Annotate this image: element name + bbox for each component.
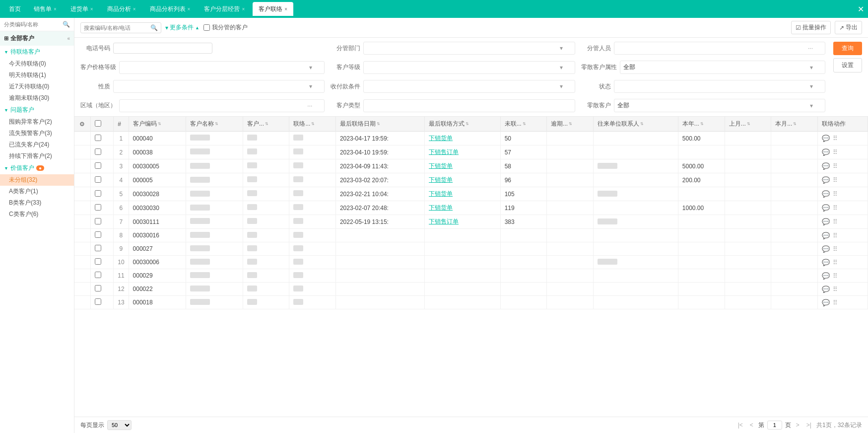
- row-checkbox[interactable]: [95, 204, 101, 211]
- row-checkbox[interactable]: [95, 258, 101, 265]
- more-action-icon[interactable]: ⠿: [833, 259, 838, 266]
- more-action-icon[interactable]: ⠿: [833, 272, 838, 280]
- col-unlinked[interactable]: 未联...⇅: [500, 117, 546, 132]
- checkbox-cell[interactable]: [90, 242, 114, 256]
- first-page-button[interactable]: |<: [736, 421, 745, 430]
- search-input[interactable]: [84, 25, 148, 31]
- contact-method-link[interactable]: 下销货单: [429, 162, 453, 169]
- row-checkbox[interactable]: [95, 148, 101, 155]
- sidebar-item-a-class[interactable]: A类客户(1): [0, 186, 74, 197]
- filter-price-level-select[interactable]: ▾: [119, 61, 325, 74]
- row-checkbox[interactable]: [95, 176, 101, 183]
- contact-action-icon[interactable]: 💬: [822, 135, 830, 142]
- sidebar-item-b-class[interactable]: B类客户(33): [0, 197, 74, 209]
- sidebar-item-c-class[interactable]: C类客户(6): [0, 209, 74, 220]
- checkbox-cell[interactable]: [90, 229, 114, 242]
- contact-method-link[interactable]: 下销货单: [429, 135, 453, 142]
- checkbox-cell[interactable]: [90, 201, 114, 215]
- filter-customer-type-select[interactable]: [363, 99, 575, 112]
- contact-action-icon[interactable]: 💬: [822, 218, 830, 225]
- contact-method-link[interactable]: 下销货单: [429, 190, 453, 197]
- sidebar-item-declining[interactable]: 持续下滑客户(2): [0, 150, 74, 162]
- tab-customer-segment[interactable]: 客户分层经营 ×: [198, 2, 251, 16]
- contact-method-link[interactable]: 下销售订单: [429, 148, 459, 155]
- more-action-icon[interactable]: ⠿: [833, 190, 838, 198]
- tab-product-analysis[interactable]: 商品分析 ×: [101, 2, 142, 16]
- sidebar-item-abnormal[interactable]: 囤购异常客户(2): [0, 116, 74, 128]
- checkbox-cell[interactable]: [90, 187, 114, 201]
- tab-sales-order[interactable]: 销售单 ×: [28, 2, 63, 16]
- row-checkbox[interactable]: [95, 190, 101, 197]
- more-conditions-toggle[interactable]: ▾ 更多条件 ▲: [165, 23, 200, 32]
- close-icon[interactable]: ×: [284, 6, 287, 12]
- my-customers-checkbox[interactable]: [203, 24, 210, 31]
- checkbox-cell[interactable]: [90, 159, 114, 173]
- contact-action-icon[interactable]: 💬: [822, 299, 830, 306]
- next-page-button[interactable]: >: [794, 421, 801, 430]
- settings-col-header[interactable]: ⚙: [74, 117, 90, 132]
- row-checkbox[interactable]: [95, 162, 101, 169]
- filter-payment-select[interactable]: ▾: [363, 80, 575, 93]
- contact-action-icon[interactable]: 💬: [822, 190, 830, 198]
- sidebar-item-today-pending[interactable]: 今天待联络(0): [0, 58, 74, 70]
- checkbox-cell[interactable]: [90, 132, 114, 145]
- checkbox-cell[interactable]: [90, 173, 114, 187]
- contact-action-icon[interactable]: 💬: [822, 286, 830, 293]
- window-close-button[interactable]: ✕: [858, 4, 864, 14]
- col-contact[interactable]: 联络...⇅: [289, 117, 335, 132]
- more-action-icon[interactable]: ⠿: [833, 232, 838, 239]
- prev-page-button[interactable]: <: [748, 421, 755, 430]
- sidebar-item-churned[interactable]: 已流失客户(24): [0, 139, 74, 150]
- checkbox-cell[interactable]: [90, 296, 114, 309]
- problem-section-title[interactable]: ▼ 问题客户: [0, 104, 74, 116]
- category-search-input[interactable]: [4, 21, 61, 27]
- more-action-icon[interactable]: ⠿: [833, 245, 838, 253]
- sidebar-item-tomorrow-pending[interactable]: 明天待联络(1): [0, 70, 74, 81]
- more-action-icon[interactable]: ⠿: [833, 299, 838, 306]
- col-last-contact-date[interactable]: 最后联络日期⇅: [335, 117, 424, 132]
- all-customers-item[interactable]: ⊞ 全部客户 «: [0, 31, 74, 46]
- tab-customer-contact[interactable]: 客户联络 ×: [253, 2, 293, 16]
- sidebar-item-churn-warning[interactable]: 流失预警客户(3): [0, 128, 74, 139]
- close-icon[interactable]: ×: [54, 6, 57, 12]
- contact-method-link[interactable]: 下销货单: [429, 176, 453, 183]
- col-this-year[interactable]: 本年...⇅: [678, 117, 725, 132]
- tab-purchase-order[interactable]: 进货单 ×: [65, 2, 99, 16]
- row-checkbox[interactable]: [95, 272, 101, 278]
- filter-phone-input[interactable]: [113, 43, 212, 54]
- contact-action-icon[interactable]: 💬: [822, 204, 830, 212]
- filter-nature-select[interactable]: ▾: [113, 80, 325, 93]
- contact-action-icon[interactable]: 💬: [822, 259, 830, 266]
- close-icon[interactable]: ×: [133, 6, 136, 12]
- more-action-icon[interactable]: ⠿: [833, 204, 838, 212]
- batch-operation-button[interactable]: ☑ 批量操作: [791, 21, 831, 34]
- collapse-icon[interactable]: «: [67, 36, 70, 41]
- row-checkbox[interactable]: [95, 245, 101, 251]
- sidebar-item-ungraded[interactable]: 未分组(32): [0, 174, 74, 186]
- my-customers-checkbox-label[interactable]: 我分管的客户: [203, 23, 248, 32]
- contact-action-icon[interactable]: 💬: [822, 176, 830, 184]
- last-page-button[interactable]: >|: [804, 421, 813, 430]
- export-button[interactable]: ↗ 导出: [835, 21, 862, 34]
- contact-action-icon[interactable]: 💬: [822, 162, 830, 170]
- col-customer-cat[interactable]: 客户...⇅: [243, 117, 289, 132]
- more-action-icon[interactable]: ⠿: [833, 135, 838, 142]
- col-customer-code[interactable]: 客户编码⇅: [129, 117, 186, 132]
- col-last-contact-method[interactable]: 最后联络方式⇅: [425, 117, 501, 132]
- filter-status-select[interactable]: ▾: [614, 80, 825, 93]
- col-this-month[interactable]: 本月...⇅: [771, 117, 817, 132]
- filter-dept-select[interactable]: ▾: [363, 42, 575, 55]
- sidebar-item-7days-pending[interactable]: 近7天待联络(0): [0, 81, 74, 92]
- close-icon[interactable]: ×: [90, 6, 93, 12]
- more-action-icon[interactable]: ⠿: [833, 176, 838, 184]
- checkbox-cell[interactable]: [90, 145, 114, 159]
- tab-product-analysis-list[interactable]: 商品分析列表 ×: [144, 2, 197, 16]
- contact-method-link[interactable]: 下销货单: [429, 204, 453, 211]
- filter-retail-attr-select[interactable]: 全部▾: [620, 61, 825, 74]
- contact-action-icon[interactable]: 💬: [822, 245, 830, 253]
- col-customer-name[interactable]: 客户名称⇅: [186, 117, 243, 132]
- sidebar-item-overdue-pending[interactable]: 逾期未联络(30): [0, 92, 74, 104]
- checkbox-cell[interactable]: [90, 215, 114, 229]
- row-checkbox[interactable]: [95, 231, 101, 238]
- row-checkbox[interactable]: [95, 218, 101, 224]
